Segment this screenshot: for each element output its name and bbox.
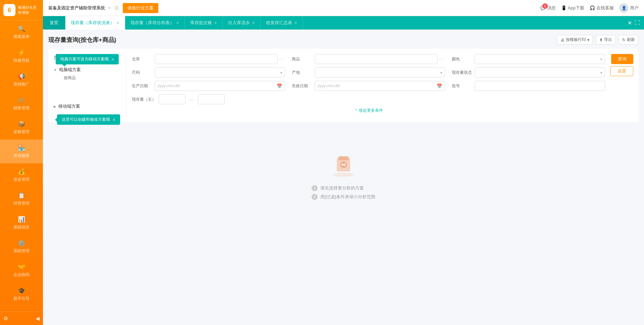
tab-batch-ledger[interactable]: 库存批次账 ✕ — [185, 16, 223, 30]
tab-stock-status[interactable]: 现存量（库存状况表） ✕ — [65, 16, 125, 30]
message-item[interactable]: 💬 6 消息 — [540, 5, 556, 11]
filter-stock-qty-row: 现存量（主） — — [132, 94, 285, 104]
stock-status-select[interactable]: ▾ — [475, 67, 605, 77]
filter-area: 按以下方案查询 ＋ ↻ « 电脑方案可设为移动方案哦 — [48, 49, 639, 122]
tooltip2-close[interactable]: × — [113, 117, 115, 122]
batch-input[interactable] — [475, 81, 605, 91]
reset-btn[interactable]: 设置 — [610, 66, 633, 76]
sidebar-item-system[interactable]: ⚙️ 系统管理 — [0, 235, 43, 259]
trial-btn[interactable]: 体验行业方案 — [123, 3, 158, 13]
product-input[interactable] — [315, 54, 437, 64]
sidebar-item-enterprise[interactable]: 🤝 企业协同 — [0, 259, 43, 282]
svg-rect-2 — [338, 156, 348, 160]
divider-vertical — [126, 54, 126, 117]
sidebar-item-basic[interactable]: 📊 基础信息 — [0, 211, 43, 235]
print-btn[interactable]: 🖨 按模板打印 ▾ — [557, 35, 593, 45]
tab-home[interactable]: 首页 — [43, 16, 65, 30]
tab-collect-summary[interactable]: 收发存汇总表 ✕ — [261, 16, 303, 30]
produce-date-start[interactable]: yyyy-mm-dd 📅 — [155, 81, 285, 91]
online-service-item[interactable]: 🎧 在线客服 — [590, 5, 614, 11]
tooltip1-close[interactable]: × — [111, 57, 114, 62]
calendar-icon: 📅 — [277, 84, 282, 89]
inventory-icon: 🏪 — [18, 144, 25, 152]
logo-area: 6 畅通好生意 标准版 — [0, 0, 43, 20]
sidebar-item-finance[interactable]: 💰 资金管理 — [0, 163, 43, 187]
sidebar-item-purchase[interactable]: 📦 采购管理 — [0, 116, 43, 140]
sidebar-item-quick[interactable]: ⚡ 快捷导航 — [0, 44, 43, 68]
sidebar-item-guide[interactable]: 🎓 新手引导 — [0, 282, 43, 306]
sidebar-item-operations[interactable]: 📋 经营管理 — [0, 187, 43, 211]
chevron-down-icon: ▾ — [587, 38, 589, 42]
collapse-icon[interactable]: ◀ — [36, 315, 40, 322]
tab-bar: 首页 现存量（库存状况表） ✕ 现存量（库存分布表） ✕ 库存批次账 ✕ 出入库… — [43, 16, 644, 30]
product-more-icon[interactable]: ··· — [439, 56, 445, 62]
warehouse-more-icon[interactable]: ··· — [279, 56, 285, 62]
sidebar-footer: ⚙ ◀ — [0, 312, 43, 325]
color-select[interactable]: ▾ — [475, 54, 605, 64]
query-btn[interactable]: 查询 — [611, 54, 633, 64]
tab-close-collect-summary[interactable]: ✕ — [294, 21, 297, 25]
sidebar-item-search[interactable]: 🔍 搜索菜单 — [0, 20, 43, 44]
marketing-icon: 📢 — [18, 73, 25, 80]
settings-icon[interactable]: ⚙ — [3, 315, 8, 322]
tab-close-all-icon[interactable]: ✕ — [628, 20, 632, 26]
logo-icon: 6 — [3, 4, 15, 16]
filter-origin-row: 产地 ▾ — [292, 67, 445, 77]
color-arrow-icon: ▾ — [600, 57, 602, 61]
refresh-btn[interactable]: ↻ 刷新 — [619, 35, 639, 45]
top-header: 装备及固定资产辅助管理系统 ▾ ⚙ 体验行业方案 💬 6 消息 📱 App下载 … — [43, 0, 644, 16]
stock-status-arrow-icon: ▾ — [600, 71, 602, 74]
filter-grid: 仓库 ··· 商品 — [132, 54, 605, 104]
tab-expand-icon[interactable]: ⛶ — [635, 20, 640, 26]
phone-icon: 📱 — [561, 5, 567, 10]
headset-icon: 🎧 — [590, 5, 595, 10]
sidebar-item-inventory[interactable]: 🏪 库存核算 — [0, 140, 43, 163]
empty-illustration — [327, 146, 360, 180]
tooltip-create-scheme: 这里可以创建和修改方案哦 × — [57, 114, 120, 125]
sidebar-item-sales[interactable]: 🛒 销售管理 — [0, 92, 43, 116]
user-item[interactable]: 👤 用户 — [619, 3, 639, 13]
tab-inout-flow[interactable]: 出入库流水 ✕ — [223, 16, 261, 30]
sidebar-item-marketing[interactable]: 📢 营销推广 — [0, 68, 43, 92]
filter-product-row: 商品 ··· — [292, 54, 445, 64]
operations-icon: 📋 — [18, 192, 25, 199]
collapse-more-btn[interactable]: ⌃ 收起更多条件 — [132, 104, 605, 117]
header-left: 装备及固定资产辅助管理系统 ▾ ⚙ 体验行业方案 — [48, 3, 158, 13]
tab-close-stock-status[interactable]: ✕ — [116, 21, 119, 25]
origin-arrow-icon: ▾ — [440, 71, 442, 74]
tab-close-batch-ledger[interactable]: ✕ — [214, 21, 217, 25]
arrow-icon: ▼ — [54, 68, 57, 72]
refresh-icon: ↻ — [622, 38, 626, 42]
sidebar-nav: 🔍 搜索菜单 ⚡ 快捷导航 📢 营销推广 🛒 销售管理 📦 采购管理 🏪 库存核… — [0, 20, 43, 312]
sales-icon: 🛒 — [18, 97, 25, 104]
filter-size-row: 尺码 ▾ — [132, 67, 285, 77]
avatar: 👤 — [619, 3, 629, 13]
size-select[interactable]: ▾ — [155, 67, 285, 77]
scheme-group-mobile: ▶ 移动端方案 — [54, 102, 121, 111]
finance-icon: 💰 — [18, 168, 25, 175]
warehouse-input[interactable] — [155, 54, 277, 64]
tab-stock-dist[interactable]: 现存量（库存分布表） ✕ — [125, 16, 185, 30]
page-title: 现存量查询(按仓库+商品) — [48, 36, 116, 44]
quick-icon: ⚡ — [18, 49, 25, 56]
origin-select[interactable]: ▾ — [315, 67, 445, 77]
tab-bar-right: ✕ ⛶ — [628, 20, 644, 26]
filter-stock-status-row: 现存量状态 ▾ — [452, 67, 605, 77]
tab-close-stock-dist[interactable]: ✕ — [176, 21, 179, 25]
logo-text: 畅通好生意 标准版 — [18, 5, 37, 15]
page-header: 现存量查询(按仓库+商品) 🖨 按模板打印 ▾ ⬆ 导出 ↻ 刷新 — [48, 35, 639, 45]
export-btn[interactable]: ⬆ 导出 — [596, 35, 616, 45]
stock-qty-min[interactable] — [159, 94, 185, 104]
filter-batch-row: 批号 — [452, 81, 605, 91]
scheme-mobile-header[interactable]: ▶ 移动端方案 — [54, 102, 121, 111]
tab-close-inout-flow[interactable]: ✕ — [252, 21, 255, 25]
scheme-desktop-children: 按商品 — [54, 74, 121, 82]
stock-qty-max[interactable] — [198, 94, 225, 104]
app-download-item[interactable]: 📱 App下载 — [561, 5, 584, 11]
sidebar: 6 畅通好生意 标准版 🔍 搜索菜单 ⚡ 快捷导航 📢 营销推广 🛒 销售管理 … — [0, 0, 43, 325]
filter-color-row: 颜色 ▾ — [452, 54, 605, 64]
empty-tips: 1 请先选择要分析的方案 2 用[过滤]条件来缩小分析范围 — [312, 185, 375, 200]
expire-date-start[interactable]: yyyy-mm-dd 📅 — [315, 81, 445, 91]
scheme-child-product[interactable]: 按商品 — [60, 74, 121, 82]
svg-point-0 — [333, 173, 354, 177]
